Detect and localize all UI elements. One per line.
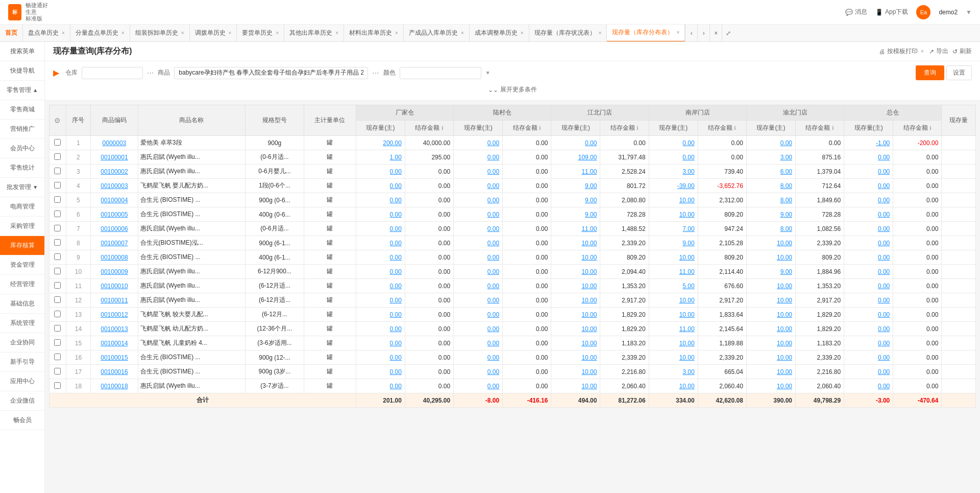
row-w3-qty[interactable]: 0.00 <box>551 136 600 150</box>
row-w2-qty[interactable]: 0.00 <box>454 279 503 293</box>
row-checkbox[interactable] <box>50 150 66 165</box>
row-w4-qty[interactable]: 11.00 <box>649 265 698 279</box>
row-w5-qty[interactable]: 10.00 <box>746 365 795 379</box>
row-total-qty[interactable]: 0.00 <box>844 379 893 393</box>
row-w3-qty[interactable]: 9.00 <box>551 207 600 222</box>
row-w1-qty[interactable]: 200.00 <box>356 136 405 150</box>
row-code[interactable]: 00100013 <box>91 322 138 336</box>
row-total-qty[interactable]: 0.00 <box>844 236 893 250</box>
row-w4-qty[interactable]: 0.00 <box>649 150 698 165</box>
row-w4-qty[interactable]: 10.00 <box>649 350 698 365</box>
row-w1-qty[interactable]: 1.00 <box>356 150 405 165</box>
row-w4-qty[interactable]: 10.00 <box>649 293 698 308</box>
row-w5-qty[interactable]: 10.00 <box>746 236 795 250</box>
row-total-qty[interactable]: 0.00 <box>844 150 893 165</box>
info-icon-1[interactable]: ℹ <box>442 125 444 131</box>
tab-stock_dist[interactable]: 现存量（库存分布表）× <box>607 25 685 42</box>
row-total-qty[interactable]: 0.00 <box>844 308 893 322</box>
info-icon-2[interactable]: ℹ <box>539 125 541 131</box>
row-w2-qty[interactable]: 0.00 <box>454 350 503 365</box>
sidebar-item-retail_stat[interactable]: 零售统计 <box>0 158 44 178</box>
row-checkbox[interactable] <box>50 308 66 322</box>
info-icon-5[interactable]: ℹ <box>832 125 834 131</box>
row-checkbox[interactable] <box>50 336 66 350</box>
sidebar-item-vip[interactable]: 畅会员 <box>0 411 44 430</box>
tab-point[interactable]: 盘点单历史× <box>23 25 70 42</box>
row-w1-qty[interactable]: 0.00 <box>356 250 405 265</box>
username-label[interactable]: demo2 <box>939 9 958 16</box>
row-code[interactable]: 0000003 <box>91 136 138 150</box>
row-w5-qty[interactable]: 8.00 <box>746 179 795 193</box>
row-total-qty[interactable]: 0.00 <box>844 165 893 179</box>
tab-stock_status[interactable]: 现存量（库存状况表）× <box>529 25 607 42</box>
row-w3-qty[interactable]: 10.00 <box>551 365 600 379</box>
row-checkbox[interactable] <box>50 293 66 308</box>
row-w5-qty[interactable]: 10.00 <box>746 350 795 365</box>
tab-close-adjust[interactable]: × <box>229 30 232 36</box>
row-checkbox[interactable] <box>50 165 66 179</box>
row-checkbox[interactable] <box>50 250 66 265</box>
row-w4-qty[interactable]: 10.00 <box>649 308 698 322</box>
row-check[interactable] <box>54 168 61 174</box>
goods-input[interactable] <box>174 67 368 79</box>
row-w3-qty[interactable]: 10.00 <box>551 336 600 350</box>
sidebar-item-marketing[interactable]: 营销推广 <box>0 120 44 139</box>
tab-requisition[interactable]: 要货单历史× <box>237 25 284 42</box>
row-checkbox[interactable] <box>50 279 66 293</box>
sidebar-item-system[interactable]: 系统管理 <box>0 314 44 333</box>
row-w1-qty[interactable]: 0.00 <box>356 207 405 222</box>
row-w3-qty[interactable]: 10.00 <box>551 279 600 293</box>
row-code[interactable]: 00100003 <box>91 179 138 193</box>
warehouse-input[interactable] <box>82 67 143 79</box>
tab-close-cost_adjust[interactable]: × <box>521 30 524 36</box>
row-w1-qty[interactable]: 0.00 <box>356 293 405 308</box>
row-checkbox[interactable] <box>50 350 66 365</box>
row-total-qty[interactable]: 0.00 <box>844 265 893 279</box>
row-w5-qty[interactable]: 0.00 <box>746 136 795 150</box>
row-w3-qty[interactable]: 10.00 <box>551 379 600 393</box>
row-checkbox[interactable] <box>50 222 66 236</box>
info-icon-3[interactable]: ℹ <box>636 125 639 131</box>
row-total-qty[interactable]: 0.00 <box>844 293 893 308</box>
row-code[interactable]: 00100006 <box>91 222 138 236</box>
tab-combo[interactable]: 组装拆卸单历史× <box>130 25 190 42</box>
query-button[interactable]: 查询 <box>916 65 944 80</box>
tab-prev[interactable]: ‹ <box>685 25 697 42</box>
row-w4-qty[interactable]: 9.00 <box>649 236 698 250</box>
row-total-qty[interactable]: 0.00 <box>844 365 893 379</box>
sidebar-item-retail[interactable]: 零售管理 ▲ <box>0 81 44 100</box>
row-w1-qty[interactable]: 0.00 <box>356 308 405 322</box>
sidebar-item-basic[interactable]: 基础信息 <box>0 294 44 314</box>
tab-fpoint[interactable]: 分量盘点单历史× <box>70 25 130 42</box>
row-check[interactable] <box>54 282 61 289</box>
row-check[interactable] <box>54 325 61 332</box>
row-w1-qty[interactable]: 0.00 <box>356 322 405 336</box>
row-w3-qty[interactable]: 10.00 <box>551 293 600 308</box>
row-code[interactable]: 00100016 <box>91 365 138 379</box>
row-w3-qty[interactable]: 10.00 <box>551 250 600 265</box>
row-code[interactable]: 00100008 <box>91 250 138 265</box>
tab-close-material_out[interactable]: × <box>395 30 398 36</box>
row-check[interactable] <box>54 139 61 146</box>
row-code[interactable]: 00100002 <box>91 165 138 179</box>
row-w1-qty[interactable]: 0.00 <box>356 350 405 365</box>
row-code[interactable]: 00100005 <box>91 207 138 222</box>
tab-close-all[interactable]: × <box>709 25 722 42</box>
expand-more-btn[interactable]: ⌄⌄ 展开更多条件 <box>55 85 970 94</box>
row-check[interactable] <box>54 296 61 303</box>
row-w1-qty[interactable]: 0.00 <box>356 379 405 393</box>
row-w4-qty[interactable]: 10.00 <box>649 250 698 265</box>
row-w2-qty[interactable]: 0.00 <box>454 336 503 350</box>
row-w3-qty[interactable]: 9.00 <box>551 179 600 193</box>
row-total-qty[interactable]: 0.00 <box>844 193 893 207</box>
row-code[interactable]: 00100014 <box>91 336 138 350</box>
setting-button[interactable]: 设置 <box>946 65 972 80</box>
row-checkbox[interactable] <box>50 193 66 207</box>
sidebar-item-collab[interactable]: 企业协同 <box>0 333 44 353</box>
row-w4-qty[interactable]: 3.00 <box>649 365 698 379</box>
tab-product_in[interactable]: 产成品入库单历史× <box>404 25 470 42</box>
row-w1-qty[interactable]: 0.00 <box>356 279 405 293</box>
row-check[interactable] <box>54 311 61 317</box>
row-w4-qty[interactable]: 11.00 <box>649 322 698 336</box>
tab-next[interactable]: › <box>697 25 709 42</box>
